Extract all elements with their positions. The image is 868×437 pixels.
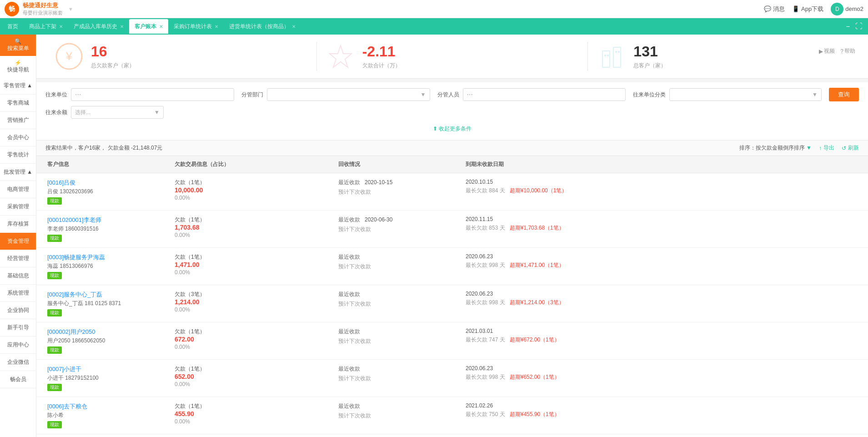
filter-unit-category-select[interactable]: ▼ (669, 88, 822, 101)
search-button[interactable]: 查询 (829, 88, 859, 101)
svg-rect-3 (602, 51, 610, 67)
sidebar-item-operations[interactable]: 经营管理 (0, 250, 36, 267)
customer-name-2[interactable]: [0003]畅捷服务尹海蕊 (47, 253, 171, 261)
debt-amount-1[interactable]: 1,703.68 (175, 224, 335, 231)
tab-maximize-btn[interactable]: ⛶ (855, 22, 863, 30)
customer-name-1[interactable]: [0001020001]李老师 (47, 216, 171, 224)
stat-num-debt-customers: 16 (91, 43, 307, 60)
sidebar-retail-mgmt-label: 零售管理 (4, 82, 25, 89)
customer-name-5[interactable]: [0007]小进干 (47, 365, 171, 373)
customer-name-3[interactable]: [0002]服务中心_丁磊 (47, 291, 171, 299)
sidebar-item-ecommerce[interactable]: 电商管理 (0, 181, 36, 198)
tab-customer-account[interactable]: 客户账本 ✕ (129, 19, 168, 34)
debt-amount-6[interactable]: 455.90 (175, 410, 335, 417)
overdue-link-2[interactable]: 超期¥1,471.00（1笔） (510, 262, 564, 268)
sidebar-item-member-vip[interactable]: 畅会员 (0, 371, 36, 388)
sidebar-item-purchase[interactable]: 采购管理 (0, 198, 36, 216)
sort-dropdown-icon[interactable]: ▼ (806, 145, 812, 151)
tab-product-history-close[interactable]: ✕ (120, 24, 124, 29)
sidebar-item-marketing[interactable]: 营销推广 (0, 112, 36, 129)
debt-amount-3[interactable]: 1,214.00 (175, 298, 335, 306)
sidebar-wechat-label: 企业微信 (7, 359, 29, 365)
sidebar-item-finance[interactable]: 资金管理 (0, 233, 36, 250)
collapse-row[interactable]: ⬆ 收起更多条件 (45, 123, 859, 135)
cell-overdue-6: 2021.02.26 最长欠款 750 天 超期¥455.90（1笔） (464, 402, 859, 419)
sidebar-item-app-center[interactable]: 应用中心 (0, 337, 36, 354)
debt-amount-4[interactable]: 672.00 (175, 336, 335, 343)
stat-card-total-customers: 131 总客户（家） ▶ 视频 ? 帮助 (588, 42, 859, 71)
overdue-link-0[interactable]: 超期¥10,000.00（1笔） (510, 187, 567, 194)
filter-person-input[interactable]: ··· (463, 88, 626, 101)
overdue-link-4[interactable]: 超期¥672.00（1笔） (510, 337, 560, 343)
tab-customer-account-close[interactable]: ✕ (159, 24, 163, 29)
video-btn[interactable]: ▶ 视频 (819, 47, 835, 55)
sidebar-search[interactable]: 🔍 搜索菜单 (0, 35, 36, 56)
due-date-6: 2021.02.26 (466, 402, 857, 409)
message-btn[interactable]: 💬 消息 (764, 5, 785, 13)
refresh-btn[interactable]: ↺ 刷新 (842, 144, 859, 152)
sidebar-item-system[interactable]: 系统管理 (0, 285, 36, 302)
cell-overdue-3: 2020.06.23 最长欠款 998 天 超期¥1,214.00（3笔） (464, 290, 859, 307)
tab-import-stats-close[interactable]: ✕ (292, 24, 296, 29)
sidebar-item-newcomer[interactable]: 新手引导 (0, 319, 36, 337)
stat-label-total-customers: 总客户（家） (633, 62, 850, 70)
table-row: [000001]黄思源 黄思源 13552700226 现款 欠款（1笔） 42… (36, 434, 868, 437)
customer-name-0[interactable]: [0016]吕俊 (47, 179, 171, 187)
debt-info-2: 欠款（1笔） (175, 253, 335, 261)
sidebar-item-batch-mgmt[interactable]: 批发管理 ▲ (0, 164, 36, 181)
tab-product-off-close[interactable]: ✕ (59, 24, 63, 29)
sidebar-item-enterprise[interactable]: 企业协同 (0, 302, 36, 319)
stat-num-debt-total: -2.11 (362, 43, 579, 60)
app-download-label: App下载 (801, 5, 823, 13)
filter-dept-select[interactable]: ▼ (267, 88, 430, 101)
tab-purchase-stats[interactable]: 采购订单统计表 ✕ (168, 19, 224, 34)
help-btn[interactable]: ? 帮助 (840, 47, 855, 55)
overdue-info-6: 最长欠款 750 天 超期¥455.90（1笔） (466, 411, 857, 418)
sidebar-retail-stats-label: 零售统计 (7, 151, 29, 158)
due-date-4: 2021.03.01 (466, 328, 857, 334)
svg-text:¥: ¥ (65, 50, 72, 62)
tab-home[interactable]: 首页 (2, 19, 24, 34)
sidebar-item-members[interactable]: 会员中心 (0, 129, 36, 146)
stat-icon-star (326, 42, 355, 71)
return-next-6: 预计下次收款 (338, 412, 462, 420)
tab-purchase-stats-close[interactable]: ✕ (215, 24, 218, 29)
main-layout: 🔍 搜索菜单 ⚡ 快捷导航 零售管理 ▲ 零售商城 营销推广 会员中心 零售统计… (0, 35, 868, 437)
customer-name-4[interactable]: [000002]用户2050 (47, 328, 171, 336)
app-download-btn[interactable]: 📱 App下载 (792, 5, 823, 13)
sidebar-item-wechat[interactable]: 企业微信 (0, 354, 36, 371)
tab-product-off[interactable]: 商品上下架 ✕ (24, 19, 68, 34)
sidebar-item-retail-mgmt[interactable]: 零售管理 ▲ (0, 77, 36, 95)
overdue-info-2: 最长欠款 998 天 超期¥1,471.00（1笔） (466, 261, 857, 269)
user-area[interactable]: D demo2 (831, 3, 863, 15)
return-info-0: 最近收款 2020-10-15 (338, 179, 462, 186)
customer-name-6[interactable]: [0006]去下粮仓 (47, 402, 171, 411)
tab-import-stats[interactable]: 进货单统计表（按商品） ✕ (224, 19, 301, 34)
filter-balance-select[interactable]: 选择... ▼ (71, 106, 164, 119)
debt-amount-2[interactable]: 1,471.00 (175, 261, 335, 268)
tab-minimize-btn[interactable]: － (844, 22, 852, 31)
cell-debt-1: 欠款（1笔） 1,703.68 0.00% (173, 215, 336, 239)
sidebar-item-basic-info[interactable]: 基础信息 (0, 267, 36, 285)
sidebar-item-retail-stats[interactable]: 零售统计 (0, 146, 36, 164)
filter-from-unit-input[interactable]: ··· (71, 88, 234, 101)
filter-unit-category: 往来单位分类 ▼ (633, 88, 822, 101)
export-btn[interactable]: ↑ 导出 (819, 144, 834, 152)
tab-import-stats-label: 进货单统计表（按商品） (229, 23, 289, 30)
overdue-link-5[interactable]: 超期¥652.00（1笔） (510, 374, 560, 380)
tab-product-history[interactable]: 产成品入库单历史 ✕ (68, 19, 129, 34)
collapse-label: 收起更多条件 (439, 126, 472, 132)
sidebar-item-inventory[interactable]: 库存核算 (0, 216, 36, 233)
debt-amount-5[interactable]: 652.00 (175, 373, 335, 380)
overdue-link-1[interactable]: 超期¥1,703.68（1笔） (510, 225, 564, 231)
sidebar-app-center-label: 应用中心 (7, 342, 29, 348)
debt-amount-0[interactable]: 10,000.00 (175, 186, 335, 194)
sidebar-item-retail-mall[interactable]: 零售商城 (0, 95, 36, 112)
cell-customer-4: [000002]用户2050 用户2050 18665062050 现款 (45, 327, 173, 355)
filter-person-label: 分管人员 (437, 91, 459, 99)
sidebar-item-quick-nav[interactable]: ⚡ 快捷导航 (0, 56, 36, 77)
svg-rect-4 (613, 47, 621, 67)
overdue-link-3[interactable]: 超期¥1,214.00（3笔） (510, 299, 564, 306)
overdue-link-6[interactable]: 超期¥455.90（1笔） (510, 411, 560, 417)
overdue-info-0: 最长欠款 884 天 超期¥10,000.00（1笔） (466, 187, 857, 195)
